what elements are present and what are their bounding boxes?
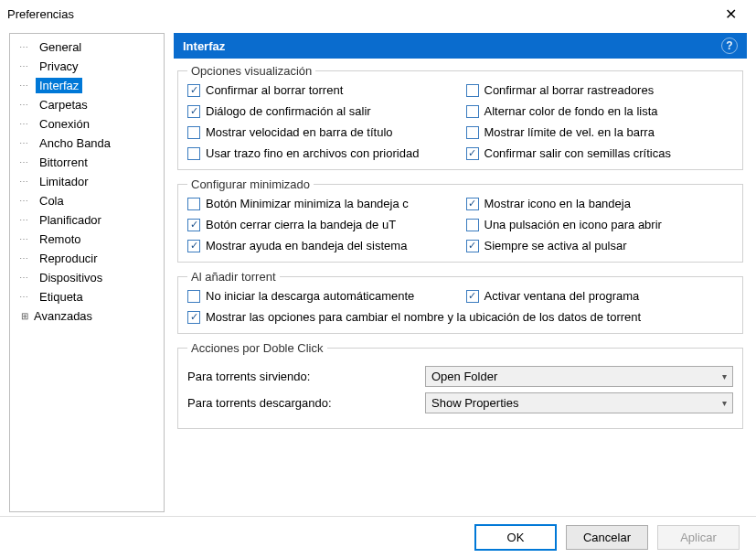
checkbox-icon[interactable]: [466, 198, 479, 210]
checkbox-icon[interactable]: [187, 105, 200, 118]
ok-button[interactable]: OK: [474, 524, 557, 551]
tree-branch-icon: ⋯: [19, 157, 36, 167]
help-icon[interactable]: ?: [721, 38, 738, 54]
checkbox-label: Alternar color de fondo en la lista: [484, 104, 658, 118]
sidebar-item-avanzadas[interactable]: ⊞Avanzadas: [10, 306, 164, 326]
checkbox-label: Mostrar velocidad en barra de título: [206, 125, 393, 139]
checkbox-icon[interactable]: [187, 126, 200, 139]
section-header: Interfaz ?: [174, 33, 747, 59]
group-add-torrent: Al añadir torrent No iniciar la descarga…: [177, 270, 743, 334]
checkbox-icon[interactable]: [187, 311, 200, 324]
checkbox-icon[interactable]: [466, 147, 479, 160]
tree-branch-icon: ⋯: [19, 177, 36, 187]
sidebar-item-bittorrent[interactable]: ⋯Bittorrent: [10, 153, 164, 172]
checkbox-option[interactable]: Mostrar icono en la bandeja: [466, 197, 734, 210]
checkbox-label: No iniciar la descarga automáticamente: [206, 289, 414, 303]
chevron-down-icon: ▾: [722, 371, 727, 381]
checkbox-icon[interactable]: [187, 147, 200, 160]
close-icon[interactable]: ✕: [712, 5, 749, 23]
checkbox-icon[interactable]: [466, 126, 479, 139]
checkbox-option[interactable]: Botón Minimizar minimiza la bandeja c: [187, 197, 455, 210]
sidebar-item-reproducir[interactable]: ⋯Reproducir: [10, 249, 164, 268]
dblclick-select[interactable]: Open Folder▾: [425, 366, 733, 387]
checkbox-icon[interactable]: [187, 240, 200, 252]
checkbox-icon[interactable]: [187, 219, 200, 231]
tree-branch-icon: ⋯: [19, 253, 36, 263]
group-double-click: Acciones por Doble Click Para torrents s…: [177, 341, 743, 429]
dblclick-select[interactable]: Show Properties▾: [425, 392, 733, 413]
checkbox-option[interactable]: Confirmar al borrar rastreadores: [466, 83, 734, 97]
chevron-down-icon: ▾: [722, 398, 727, 408]
category-tree[interactable]: ⋯General⋯Privacy⋯Interfaz⋯Carpetas⋯Conex…: [9, 33, 165, 512]
sidebar-item-label: Bittorrent: [36, 155, 91, 170]
dblclick-label: Para torrents descargando:: [187, 396, 416, 410]
sidebar-item-label: General: [36, 39, 85, 55]
sidebar-item-label: Etiqueta: [36, 289, 87, 305]
checkbox-icon[interactable]: [466, 105, 479, 118]
tree-branch-icon: ⋯: [19, 119, 36, 129]
checkbox-option[interactable]: Siempre se activa al pulsar: [466, 239, 734, 252]
checkbox-label: Mostrar límite de vel. en la barra: [484, 125, 655, 139]
checkbox-label: Mostrar las opciones para cambiar el nom…: [206, 310, 641, 324]
checkbox-option[interactable]: Mostrar las opciones para cambiar el nom…: [187, 310, 733, 324]
checkbox-option[interactable]: Activar ventana del programa: [466, 289, 734, 303]
sidebar-item-ancho-banda[interactable]: ⋯Ancho Banda: [10, 134, 164, 153]
group-legend: Al añadir torrent: [187, 270, 280, 284]
sidebar-item-label: Dispositivos: [36, 270, 106, 285]
checkbox-option[interactable]: Mostrar límite de vel. en la barra: [466, 125, 734, 139]
group-minimize: Configurar minimizado Botón Minimizar mi…: [177, 177, 743, 263]
window-title: Preferencias: [7, 7, 712, 21]
sidebar-item-label: Cola: [36, 193, 68, 209]
checkbox-option[interactable]: Alternar color de fondo en la lista: [466, 104, 734, 118]
sidebar-item-remoto[interactable]: ⋯Remoto: [10, 230, 164, 249]
checkbox-option[interactable]: Confirmar salir con semillas críticas: [466, 146, 734, 160]
sidebar-item-carpetas[interactable]: ⋯Carpetas: [10, 95, 164, 114]
sidebar-item-label: Reproducir: [36, 251, 101, 266]
checkbox-label: Activar ventana del programa: [484, 289, 640, 303]
sidebar-item-dispositivos[interactable]: ⋯Dispositivos: [10, 268, 164, 287]
checkbox-label: Botón cerrar cierra la bandeja de uT: [206, 218, 396, 231]
apply-button[interactable]: Aplicar: [657, 525, 740, 550]
titlebar: Preferencias ✕: [0, 0, 756, 27]
dialog-footer: OK Cancelar Aplicar: [0, 516, 756, 558]
checkbox-option[interactable]: Confirmar al borrar torrent: [187, 83, 455, 97]
tree-branch-icon: ⋯: [19, 80, 36, 91]
sidebar-item-label: Avanzadas: [30, 308, 96, 324]
checkbox-icon[interactable]: [466, 219, 479, 231]
checkbox-option[interactable]: Botón cerrar cierra la bandeja de uT: [187, 218, 455, 231]
checkbox-icon[interactable]: [466, 290, 479, 303]
sidebar-item-privacy[interactable]: ⋯Privacy: [10, 57, 164, 76]
checkbox-label: Diálogo de confirmación al salir: [206, 104, 371, 118]
sidebar-item-general[interactable]: ⋯General: [10, 38, 164, 57]
checkbox-option[interactable]: Mostrar velocidad en barra de título: [187, 125, 455, 139]
checkbox-label: Mostrar ayuda en bandeja del sistema: [206, 239, 407, 252]
sidebar-item-interfaz[interactable]: ⋯Interfaz: [10, 76, 164, 95]
checkbox-icon[interactable]: [187, 84, 200, 97]
cancel-button[interactable]: Cancelar: [566, 525, 648, 550]
checkbox-icon[interactable]: [466, 84, 479, 97]
checkbox-option[interactable]: Una pulsación en icono para abrir: [466, 218, 734, 231]
sidebar-item-planificador[interactable]: ⋯Planificador: [10, 210, 164, 230]
checkbox-label: Confirmar al borrar rastreadores: [484, 83, 655, 97]
sidebar-item-label: Planificador: [36, 212, 105, 228]
tree-branch-icon: ⋯: [19, 234, 36, 244]
dialog-body: ⋯General⋯Privacy⋯Interfaz⋯Carpetas⋯Conex…: [0, 27, 756, 516]
checkbox-option[interactable]: Mostrar ayuda en bandeja del sistema: [187, 239, 455, 252]
checkbox-option[interactable]: Diálogo de confirmación al salir: [187, 104, 455, 118]
dblclick-row: Para torrents descargando:Show Propertie…: [187, 392, 733, 413]
checkbox-icon[interactable]: [466, 240, 479, 252]
sidebar-item-cola[interactable]: ⋯Cola: [10, 191, 164, 210]
tree-branch-icon: ⋯: [19, 273, 36, 283]
sidebar-item-label: Carpetas: [36, 97, 91, 113]
group-legend: Acciones por Doble Click: [187, 341, 327, 355]
sidebar-item-etiqueta[interactable]: ⋯Etiqueta: [10, 287, 164, 306]
checkbox-option[interactable]: No iniciar la descarga automáticamente: [187, 289, 455, 303]
content-pane: Interfaz ? Opciones visualización Confir…: [174, 33, 747, 512]
expand-icon[interactable]: ⊞: [19, 311, 30, 321]
checkbox-option[interactable]: Usar trazo fino en archivos con priorida…: [187, 146, 455, 160]
sidebar-item-limitador[interactable]: ⋯Limitador: [10, 172, 164, 191]
checkbox-icon[interactable]: [187, 290, 200, 303]
sidebar-item-conexión[interactable]: ⋯Conexión: [10, 114, 164, 134]
sidebar-item-label: Limitador: [36, 174, 91, 189]
checkbox-icon[interactable]: [187, 198, 200, 210]
